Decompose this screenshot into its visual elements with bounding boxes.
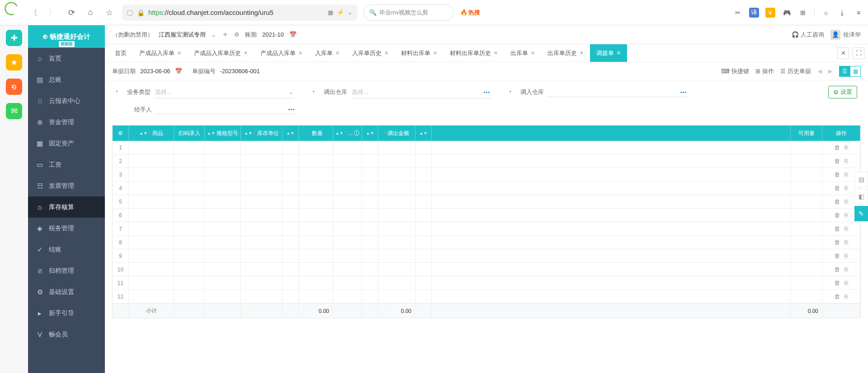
delete-row-icon[interactable]: 🗑 xyxy=(834,198,840,205)
th-extra[interactable]: ▲▼*...ⓘ xyxy=(333,126,362,141)
delete-row-icon[interactable]: 🗑 xyxy=(834,266,840,273)
theme-icon[interactable]: ☼ xyxy=(821,8,831,18)
cell-unit[interactable] xyxy=(241,141,283,154)
tab-fullscreen[interactable]: ⛶ xyxy=(853,47,864,59)
cell-unit[interactable] xyxy=(241,154,283,168)
cell-b3[interactable] xyxy=(415,236,432,249)
copy-row-icon[interactable]: ⎘ xyxy=(844,212,848,219)
cell-b2[interactable] xyxy=(362,182,378,195)
cell-unit[interactable] xyxy=(241,263,283,276)
cell-product[interactable] xyxy=(129,290,174,303)
sidebar-item-3[interactable]: ⊛资金管理 xyxy=(28,112,105,133)
cell-b2[interactable] xyxy=(362,209,378,222)
table-row[interactable]: 4🗑⎘ xyxy=(113,182,860,195)
cell-spec[interactable] xyxy=(205,182,241,195)
tab-close-all[interactable]: ✕ xyxy=(837,47,849,59)
cell-product[interactable] xyxy=(129,209,174,222)
delete-row-icon[interactable]: 🗑 xyxy=(834,280,840,286)
forward-button[interactable]: 〉 xyxy=(46,6,59,19)
cell-scan[interactable] xyxy=(174,222,205,235)
tab-close-icon[interactable]: ✕ xyxy=(177,50,181,56)
cell-spec[interactable] xyxy=(205,249,241,262)
copy-row-icon[interactable]: ⎘ xyxy=(844,144,848,151)
cell-b2[interactable] xyxy=(362,236,378,249)
th-blank2[interactable]: ▲▼ xyxy=(362,126,378,141)
handler-select[interactable]: ••• xyxy=(156,105,296,114)
table-row[interactable]: 7🗑⎘ xyxy=(113,222,860,236)
copy-row-icon[interactable]: ⎘ xyxy=(844,239,848,246)
th-blank3[interactable]: ▲▼ xyxy=(415,126,432,141)
cell-scan[interactable] xyxy=(174,236,205,249)
table-row[interactable]: 10🗑⎘ xyxy=(113,263,860,276)
cell-spec[interactable] xyxy=(205,222,241,235)
cell-b1[interactable] xyxy=(283,290,299,303)
cell-scan[interactable] xyxy=(174,168,205,181)
user-menu[interactable]: 👤徐泽华 xyxy=(830,30,861,40)
tab-5[interactable]: 入库单历史✕ xyxy=(346,44,395,62)
settings-button[interactable]: ⚙设置 xyxy=(828,86,857,98)
cell-amount[interactable] xyxy=(378,222,415,235)
shortcut-link[interactable]: ⌨快捷键 xyxy=(721,67,749,75)
cell-unit[interactable] xyxy=(241,290,283,303)
tab-6[interactable]: 材料出库单✕ xyxy=(395,44,443,62)
table-row[interactable]: 11🗑⎘ xyxy=(113,276,860,290)
cell-unit[interactable] xyxy=(241,168,283,181)
tab-0[interactable]: 首页 xyxy=(108,44,133,62)
th-spec[interactable]: ▲▼规格型号 xyxy=(205,126,241,141)
cell-extra[interactable] xyxy=(333,263,362,276)
table-row[interactable]: 8🗑⎘ xyxy=(113,236,860,249)
cell-b1[interactable] xyxy=(283,249,299,262)
apps-icon[interactable]: ⊞ xyxy=(798,8,808,18)
tab-close-icon[interactable]: ✕ xyxy=(580,50,584,56)
th-unit[interactable]: ▲▼*库存单位 xyxy=(241,126,283,141)
tab-close-icon[interactable]: ✕ xyxy=(617,50,621,56)
tab-close-icon[interactable]: ✕ xyxy=(335,50,340,56)
cell-amount[interactable] xyxy=(378,141,415,154)
menu-icon[interactable]: ≡ xyxy=(854,8,863,18)
game-icon[interactable]: 🎮 xyxy=(782,8,792,18)
delete-row-icon[interactable]: 🗑 xyxy=(834,293,840,300)
launcher-app-2[interactable]: ★ xyxy=(6,54,22,70)
table-row[interactable]: 1🗑⎘ xyxy=(113,141,860,154)
sidebar-item-1[interactable]: ▤总账 xyxy=(28,69,105,90)
cell-spec[interactable] xyxy=(205,276,241,289)
table-row[interactable]: 6🗑⎘ xyxy=(113,209,860,222)
table-row[interactable]: 12🗑⎘ xyxy=(113,290,860,303)
tab-1[interactable]: 产成品入库单✕ xyxy=(133,44,188,62)
cell-qty[interactable] xyxy=(299,290,333,303)
tab-close-icon[interactable]: ✕ xyxy=(384,50,388,56)
cell-amount[interactable] xyxy=(378,195,415,208)
settings-icon[interactable]: ⚙ xyxy=(234,31,240,38)
cell-unit[interactable] xyxy=(241,249,283,262)
cell-qty[interactable] xyxy=(299,249,333,262)
cell-unit[interactable] xyxy=(241,276,283,289)
cell-unit[interactable] xyxy=(241,182,283,195)
biz-type-select[interactable]: 选择...⌄ xyxy=(154,86,294,98)
table-row[interactable]: 9🗑⎘ xyxy=(113,249,860,263)
cell-spec[interactable] xyxy=(205,195,241,208)
cell-b3[interactable] xyxy=(415,154,432,168)
copy-row-icon[interactable]: ⎘ xyxy=(844,266,848,273)
delete-row-icon[interactable]: 🗑 xyxy=(834,185,840,191)
bolt-icon[interactable]: ⚡ xyxy=(337,9,344,16)
cell-qty[interactable] xyxy=(299,141,333,154)
doc-date-value[interactable]: 2023-06-06 xyxy=(140,68,170,75)
sidebar-item-12[interactable]: ▸新手引导 xyxy=(28,303,105,324)
cell-b2[interactable] xyxy=(362,195,378,208)
scissors-icon[interactable]: ✂ xyxy=(733,8,743,18)
sidebar-item-7[interactable]: ⌂库存核算 xyxy=(28,196,105,218)
add-org-icon[interactable]: ＋ xyxy=(222,30,229,39)
delete-row-icon[interactable]: 🗑 xyxy=(834,171,840,178)
cell-product[interactable] xyxy=(129,168,174,181)
cell-scan[interactable] xyxy=(174,141,205,154)
cell-unit[interactable] xyxy=(241,222,283,235)
copy-row-icon[interactable]: ⎘ xyxy=(844,185,848,191)
next-doc-icon[interactable]: ▶ xyxy=(828,68,833,75)
cell-b2[interactable] xyxy=(362,263,378,276)
tab-close-icon[interactable]: ✕ xyxy=(298,50,302,56)
cell-qty[interactable] xyxy=(299,195,333,208)
sidebar-item-5[interactable]: ▭工资 xyxy=(28,154,105,175)
th-product[interactable]: ▲▼*商品 xyxy=(129,126,174,141)
cell-b3[interactable] xyxy=(415,276,432,289)
cell-amount[interactable] xyxy=(378,290,415,303)
